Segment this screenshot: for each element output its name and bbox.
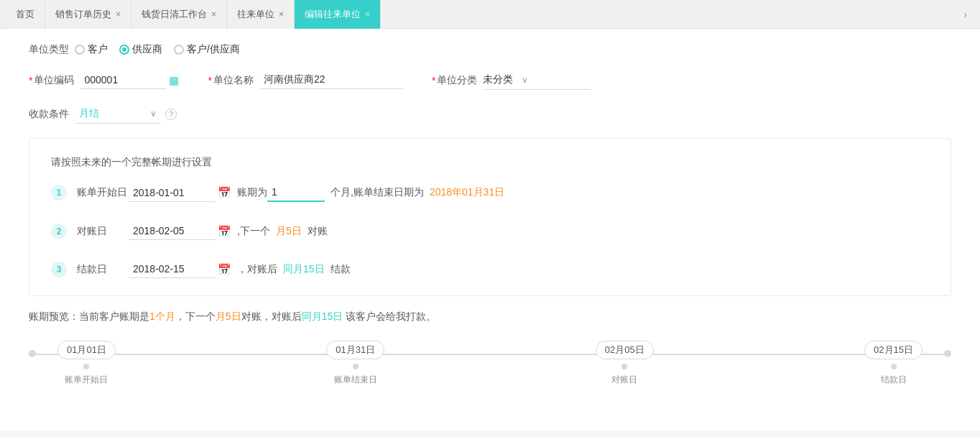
chevron-down-icon: ∨ (522, 75, 528, 85)
period-input[interactable] (267, 183, 325, 202)
timeline-label-3: 对账日 (611, 374, 637, 386)
preview-suffix: 该客户会给我打款。 (346, 310, 436, 322)
timeline-start-dot (29, 350, 36, 357)
unit-type-label: 单位类型 (29, 43, 69, 56)
timeline-label-2: 账单结束日 (334, 374, 377, 386)
radio-group: 客户 供应商 客户/供应商 (75, 43, 240, 56)
tab-home-label: 首页 (16, 8, 34, 21)
tab-cash-ledger[interactable]: 钱货日清工作台 × (131, 0, 227, 29)
unit-name-label: 单位名称 (213, 74, 254, 87)
step-2-label: 对账日 (77, 225, 120, 238)
unit-code-item: * 单位编码 ▦ (29, 71, 179, 89)
step-3-desc-prefix: ，对账后 (237, 263, 277, 276)
card-title: 请按照未来的一个完整帐期进行设置 (51, 156, 929, 169)
step-3-row: 3 结款日 📅 ，对账后 同月15日 结款 (51, 260, 929, 278)
unit-category-item: * 单位分类 未分类 ∨ (432, 70, 591, 90)
tab-more-button[interactable]: › (956, 9, 974, 20)
main-content: 单位类型 客户 供应商 客户/供应商 (0, 29, 980, 431)
step-1-date-input[interactable] (129, 184, 215, 202)
unit-info-row: * 单位编码 ▦ * 单位名称 * 单位分类 未分类 ∨ (29, 70, 951, 90)
timeline-badge-3: 02月05日 (596, 341, 654, 359)
step-2-number: 2 (51, 224, 67, 239)
preview-text: 账期预览：当前客户账期是1个月，下一个月5日对账，对账后同月15日 该客户会给我… (29, 310, 951, 323)
unit-category-label: 单位分类 (437, 74, 477, 87)
unit-name-required: * (208, 75, 211, 86)
tab-bar: 首页 销售订单历史 × 钱货日清工作台 × 往来单位 × 编辑往来单位 × › (0, 0, 980, 29)
payment-terms-value: 月结 (79, 107, 146, 120)
unit-code-required: * (29, 75, 32, 86)
step-1-desc-after: 个月,账单结束日期为 (330, 186, 424, 199)
timeline-point-1: 01月01日 账单开始日 (57, 341, 116, 386)
step-1-desc-before: 账期为 (237, 186, 267, 199)
preview-middle1: ，下一个 (175, 310, 216, 322)
step-2-desc-suffix: 对账 (308, 225, 328, 238)
timeline-point-4: 02月15日 结款日 (864, 341, 923, 386)
unit-code-input[interactable] (80, 71, 166, 89)
tab-partner-units[interactable]: 往来单位 × (227, 0, 295, 29)
step-2-desc-highlight: 月5日 (276, 225, 302, 238)
preview-highlight1: 1个月 (149, 310, 175, 322)
tab-partner-units-label: 往来单位 (237, 8, 274, 21)
preview-prefix: 账期预览：当前客户账期是 (29, 310, 149, 322)
step-3-calendar-icon[interactable]: 📅 (218, 263, 231, 276)
unit-category-value: 未分类 (483, 73, 513, 86)
timeline-badge-4: 02月15日 (864, 341, 923, 359)
tab-sales-history[interactable]: 销售订单历史 × (45, 0, 131, 29)
timeline-point-3: 02月05日 对账日 (596, 341, 654, 386)
tab-partner-units-close[interactable]: × (279, 9, 284, 19)
unit-category-select[interactable]: 未分类 ∨ (483, 70, 591, 90)
radio-customer-circle (75, 45, 85, 55)
timeline-dot-1 (83, 364, 89, 369)
step-1-number: 1 (51, 185, 67, 201)
step-2-date-input[interactable] (129, 222, 215, 240)
preview-highlight3: 同月15日 (302, 310, 343, 322)
unit-type-item: 单位类型 客户 供应商 客户/供应商 (29, 43, 240, 56)
tab-home[interactable]: 首页 (6, 0, 45, 29)
timeline-dot-4 (891, 364, 897, 369)
timeline-badge-1: 01月01日 (57, 341, 116, 359)
step-3-date-input[interactable] (129, 260, 215, 278)
step-3-label: 结款日 (77, 263, 120, 276)
step-1-end-date: 2018年01月31日 (430, 186, 504, 199)
tab-edit-partner-label: 编辑往来单位 (305, 8, 361, 21)
timeline-label-1: 账单开始日 (65, 374, 108, 386)
preview-highlight2: 月5日 (216, 310, 241, 322)
tab-cash-ledger-close[interactable]: × (211, 9, 216, 19)
radio-customer-label: 客户 (88, 43, 108, 56)
unit-type-row: 单位类型 客户 供应商 客户/供应商 (29, 43, 951, 56)
timeline-point-2: 01月31日 账单结束日 (326, 341, 384, 386)
payment-terms-item: 收款条件 月结 ∨ ? (29, 104, 177, 124)
timeline-end-dot (944, 350, 951, 357)
step-3-desc-suffix: 结款 (330, 263, 351, 276)
preview-middle2: 对账，对账后 (241, 310, 302, 322)
unit-name-item: * 单位名称 (208, 71, 402, 89)
timeline-container: 01月01日 账单开始日 01月31日 账单结束日 02月05日 对账日 02月… (29, 341, 951, 386)
radio-supplier-circle (119, 45, 129, 55)
step-3-number: 3 (51, 262, 67, 277)
step-2-calendar-icon[interactable]: 📅 (218, 225, 231, 238)
step-1-calendar-icon[interactable]: 📅 (218, 186, 231, 199)
step-1-row: 1 账单开始日 📅 账期为 个月,账单结束日期为 2018年01月31日 (51, 183, 929, 202)
timeline-points: 01月01日 账单开始日 01月31日 账单结束日 02月05日 对账日 02月… (43, 341, 937, 386)
radio-both[interactable]: 客户/供应商 (174, 43, 240, 56)
payment-terms-label: 收款条件 (29, 108, 69, 121)
payment-terms-chevron-icon: ∨ (150, 109, 157, 119)
radio-both-label: 客户/供应商 (187, 43, 240, 56)
radio-supplier-label: 供应商 (132, 43, 162, 56)
unit-code-icon[interactable]: ▦ (169, 74, 179, 87)
unit-name-input[interactable] (259, 71, 403, 89)
tab-sales-history-close[interactable]: × (116, 9, 121, 19)
step-2-desc-prefix: ,下一个 (237, 225, 270, 238)
tab-sales-history-label: 销售订单历史 (55, 8, 111, 21)
timeline-dot-3 (621, 364, 627, 369)
radio-supplier[interactable]: 供应商 (119, 43, 162, 56)
tab-cash-ledger-label: 钱货日清工作台 (142, 8, 207, 21)
payment-terms-help-icon[interactable]: ? (165, 109, 177, 120)
payment-terms-select[interactable]: 月结 ∨ (75, 104, 161, 124)
payment-terms-row: 收款条件 月结 ∨ ? (29, 104, 951, 124)
step-2-row: 2 对账日 📅 ,下一个 月5日 对账 (51, 222, 929, 240)
tab-edit-partner[interactable]: 编辑往来单位 × (295, 0, 381, 29)
radio-customer[interactable]: 客户 (75, 43, 108, 56)
timeline-badge-2: 01月31日 (326, 341, 384, 359)
tab-edit-partner-close[interactable]: × (365, 9, 370, 19)
